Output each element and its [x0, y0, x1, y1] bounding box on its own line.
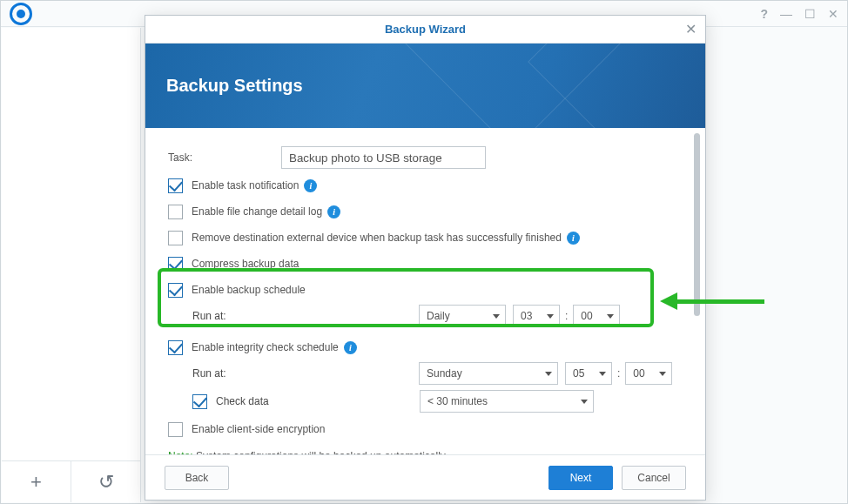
app-logo-icon	[10, 3, 32, 25]
annotation-arrow	[660, 292, 764, 310]
integrity-hour-select[interactable]: 05	[565, 362, 612, 385]
enable-notification-checkbox[interactable]	[168, 178, 183, 193]
encryption-label: Enable client-side encryption	[192, 423, 325, 435]
close-window-icon[interactable]: ✕	[828, 7, 838, 21]
next-button[interactable]: Next	[549, 466, 613, 490]
dialog-banner: Backup Settings	[145, 44, 705, 128]
minimize-icon[interactable]: —	[780, 7, 792, 21]
remove-device-label: Remove destination external device when …	[192, 232, 562, 244]
cancel-button[interactable]: Cancel	[622, 466, 686, 490]
integrity-runat-label: Run at:	[192, 367, 419, 380]
compress-checkbox[interactable]	[168, 257, 183, 272]
schedule-minute-select[interactable]: 00	[573, 305, 620, 327]
enable-schedule-checkbox[interactable]	[168, 283, 183, 298]
banner-heading: Backup Settings	[166, 76, 303, 96]
close-icon[interactable]: ✕	[685, 21, 697, 37]
dialog-titlebar: Backup Wizard ✕	[145, 16, 705, 44]
enable-integrity-label: Enable integrity check schedule	[192, 341, 339, 353]
enable-schedule-label: Enable backup schedule	[192, 284, 306, 296]
dialog-content: Task: Enable task notification i Enable …	[145, 128, 705, 454]
left-sidebar: + ↺	[2, 28, 141, 502]
dialog-footer: Back Next Cancel	[145, 454, 705, 500]
info-icon[interactable]: i	[327, 205, 340, 218]
info-icon[interactable]: i	[344, 341, 357, 354]
encryption-checkbox[interactable]	[168, 422, 183, 437]
add-button[interactable]: +	[2, 461, 71, 502]
help-icon[interactable]: ?	[760, 7, 768, 21]
backup-wizard-dialog: Backup Wizard ✕ Backup Settings Task: En…	[145, 15, 706, 501]
task-label: Task:	[168, 151, 281, 164]
time-colon: :	[565, 310, 568, 322]
back-button[interactable]: Back	[165, 466, 229, 490]
task-name-input[interactable]	[281, 146, 486, 169]
enable-notification-label: Enable task notification	[192, 179, 299, 192]
schedule-frequency-select[interactable]: Daily	[419, 305, 506, 327]
dialog-title: Backup Wizard	[385, 23, 466, 36]
schedule-hour-select[interactable]: 03	[513, 305, 560, 327]
schedule-runat-label: Run at:	[192, 310, 419, 322]
time-colon: :	[617, 367, 620, 380]
remove-device-checkbox[interactable]	[168, 231, 183, 245]
app-window: ? — ☐ ✕ + ↺ Backup Wizard ✕ Backup Setti…	[0, 0, 848, 504]
check-data-checkbox[interactable]	[192, 394, 207, 409]
enable-filechange-label: Enable file change detail log	[192, 205, 322, 218]
enable-integrity-checkbox[interactable]	[168, 340, 183, 355]
integrity-minute-select[interactable]: 00	[625, 362, 672, 385]
info-icon[interactable]: i	[567, 232, 580, 245]
scrollbar[interactable]	[693, 133, 700, 447]
enable-filechange-checkbox[interactable]	[168, 205, 183, 219]
compress-label: Compress backup data	[192, 258, 299, 270]
maximize-icon[interactable]: ☐	[804, 7, 816, 21]
check-data-duration-select[interactable]: < 30 minutes	[420, 390, 594, 413]
integrity-day-select[interactable]: Sunday	[419, 362, 558, 385]
scrollbar-thumb[interactable]	[694, 133, 700, 316]
check-data-label: Check data	[216, 395, 420, 407]
history-button[interactable]: ↺	[71, 461, 140, 502]
info-icon[interactable]: i	[304, 179, 317, 192]
window-controls: ? — ☐ ✕	[760, 7, 838, 21]
